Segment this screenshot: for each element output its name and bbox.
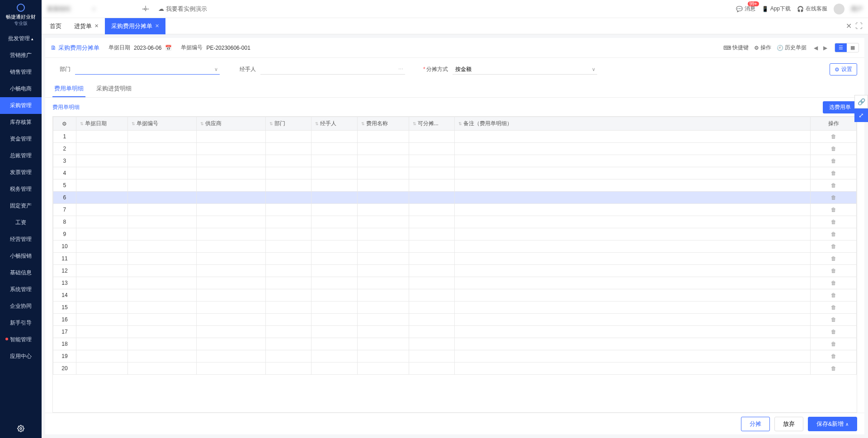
cell-remark[interactable] <box>455 338 811 350</box>
trash-icon[interactable]: 🗑 <box>831 353 836 359</box>
cell-remark[interactable] <box>455 143 811 155</box>
cell-costName[interactable] <box>357 228 409 240</box>
nav-item-19[interactable]: 应用中心 <box>0 348 42 365</box>
cell-remark[interactable] <box>455 240 811 253</box>
cell-supplier[interactable] <box>197 143 265 155</box>
cell-supplier[interactable] <box>197 338 265 350</box>
cell-code[interactable] <box>128 240 197 253</box>
table-row[interactable]: 4🗑 <box>53 167 857 179</box>
org-selector[interactable]: 某某组织 ∨ <box>47 5 137 13</box>
cell-dept[interactable] <box>265 192 311 204</box>
cell-handler[interactable] <box>311 350 358 363</box>
cell-supplier[interactable] <box>197 265 265 277</box>
cell-canAlloc[interactable] <box>409 143 455 155</box>
cell-costName[interactable] <box>357 253 409 265</box>
cell-supplier[interactable] <box>197 228 265 240</box>
nav-item-2[interactable]: 销售管理 <box>0 64 42 80</box>
card-view[interactable]: ▦ <box>847 43 859 52</box>
discard-button[interactable]: 放弃 <box>774 417 803 431</box>
nav-item-4[interactable]: 采购管理 <box>0 97 42 114</box>
cell-remark[interactable] <box>455 204 811 216</box>
cell-date[interactable] <box>76 216 127 228</box>
trash-icon[interactable]: 🗑 <box>831 329 836 335</box>
trash-icon[interactable]: 🗑 <box>831 133 836 140</box>
cell-dept[interactable] <box>265 363 311 375</box>
cell-costName[interactable] <box>357 326 409 338</box>
table-row[interactable]: 14🗑 <box>53 289 857 301</box>
tab-0[interactable]: 首页 <box>43 18 68 34</box>
nav-item-15[interactable]: 系统管理 <box>0 281 42 298</box>
cell-date[interactable] <box>76 192 127 204</box>
table-row[interactable]: 3🗑 <box>53 155 857 167</box>
nav-item-13[interactable]: 小畅报销 <box>0 248 42 264</box>
col-canAlloc[interactable]: ⇅可分摊... <box>409 117 455 131</box>
fullscreen-toggle[interactable]: ⛶ <box>855 22 863 30</box>
col-date[interactable]: ⇅单据日期 <box>76 117 127 131</box>
trash-icon[interactable]: 🗑 <box>831 158 836 164</box>
online-service-button[interactable]: 🎧 在线客服 <box>797 5 827 13</box>
cell-code[interactable] <box>128 253 197 265</box>
table-row[interactable]: 6🗑 <box>53 192 857 204</box>
cell-costName[interactable] <box>357 131 409 143</box>
operate-action[interactable]: ⚙操作 <box>754 44 771 52</box>
cell-dept[interactable] <box>265 143 311 155</box>
cell-dept[interactable] <box>265 253 311 265</box>
cell-canAlloc[interactable] <box>409 167 455 179</box>
col-costName[interactable]: ⇅费用名称 <box>357 117 409 131</box>
cell-costName[interactable] <box>357 289 409 301</box>
cell-code[interactable] <box>128 228 197 240</box>
date-value[interactable]: 2023-06-06 <box>134 45 161 51</box>
table-row[interactable]: 8🗑 <box>53 216 857 228</box>
cell-supplier[interactable] <box>197 289 265 301</box>
cell-date[interactable] <box>76 228 127 240</box>
cell-dept[interactable] <box>265 179 311 192</box>
cell-costName[interactable] <box>357 179 409 192</box>
cell-remark[interactable] <box>455 289 811 301</box>
cell-handler[interactable] <box>311 326 358 338</box>
cell-canAlloc[interactable] <box>409 338 455 350</box>
trash-icon[interactable]: 🗑 <box>831 170 836 176</box>
cell-dept[interactable] <box>265 314 311 326</box>
tab-2[interactable]: 采购费用分摊单✕ <box>105 18 165 34</box>
cell-costName[interactable] <box>357 277 409 289</box>
cell-canAlloc[interactable] <box>409 301 455 314</box>
cell-code[interactable] <box>128 326 197 338</box>
cell-date[interactable] <box>76 253 127 265</box>
cell-remark[interactable] <box>455 253 811 265</box>
cell-date[interactable] <box>76 240 127 253</box>
nav-item-3[interactable]: 小畅电商 <box>0 80 42 97</box>
cell-remark[interactable] <box>455 131 811 143</box>
cell-code[interactable] <box>128 216 197 228</box>
cell-canAlloc[interactable] <box>409 179 455 192</box>
cell-date[interactable] <box>76 155 127 167</box>
table-row[interactable]: 9🗑 <box>53 228 857 240</box>
cell-date[interactable] <box>76 204 127 216</box>
trash-icon[interactable]: 🗑 <box>831 280 836 286</box>
prev-doc[interactable]: ◀ <box>812 45 820 51</box>
table-row[interactable]: 20🗑 <box>53 363 857 375</box>
cell-code[interactable] <box>128 314 197 326</box>
cell-code[interactable] <box>128 131 197 143</box>
table-scroll[interactable]: ⚙⇅单据日期⇅单据编号⇅供应商⇅部门⇅经手人⇅费用名称⇅可分摊...⇅备注（费用… <box>52 116 857 413</box>
app-download-button[interactable]: 📱 App下载 <box>762 5 791 13</box>
dept-input[interactable] <box>75 64 220 75</box>
cell-remark[interactable] <box>455 216 811 228</box>
nav-item-6[interactable]: 资金管理 <box>0 131 42 147</box>
cell-costName[interactable] <box>357 301 409 314</box>
col-remark[interactable]: ⇅备注（费用单明细） <box>455 117 811 131</box>
nav-item-9[interactable]: 税务管理 <box>0 181 42 198</box>
trash-icon[interactable]: 🗑 <box>831 194 836 201</box>
trash-icon[interactable]: 🗑 <box>831 304 836 311</box>
cell-date[interactable] <box>76 131 127 143</box>
cell-code[interactable] <box>128 289 197 301</box>
cell-handler[interactable] <box>311 240 358 253</box>
cell-code[interactable] <box>128 155 197 167</box>
cell-canAlloc[interactable] <box>409 240 455 253</box>
cell-code[interactable] <box>128 338 197 350</box>
cell-dept[interactable] <box>265 228 311 240</box>
sub-tab-0[interactable]: 费用单明细 <box>52 81 85 97</box>
cell-dept[interactable] <box>265 350 311 363</box>
nav-item-0[interactable]: 批发管理 <box>0 30 42 47</box>
cell-handler[interactable] <box>311 265 358 277</box>
cell-handler[interactable] <box>311 363 358 375</box>
